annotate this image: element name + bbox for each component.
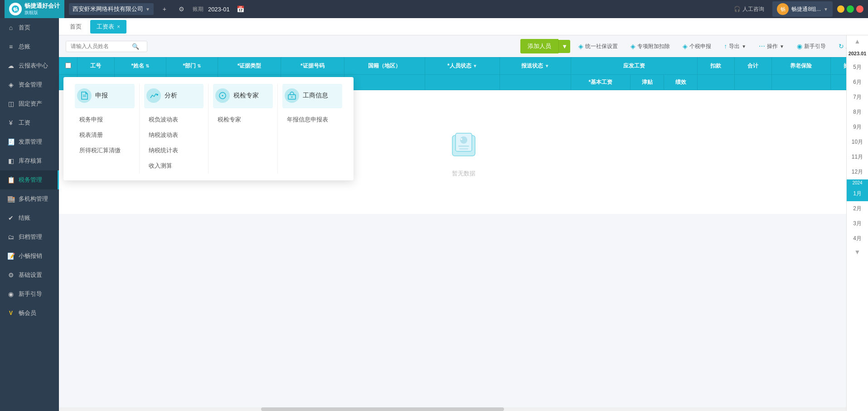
calendar-icon[interactable]: 📅 [234, 3, 247, 15]
headset-icon: 🎧 [734, 6, 741, 12]
sidebar-item-member[interactable]: V 畅会员 [0, 304, 59, 323]
dropdown-col-gongshang: 工商信息 年报信息申报表 [278, 84, 347, 174]
menu-item-tax-declare[interactable]: 税务申报 [75, 112, 135, 127]
settings-icon[interactable]: ⚙ [175, 3, 188, 15]
search-input[interactable] [71, 43, 130, 49]
select-all-checkbox[interactable] [65, 63, 71, 68]
dropdown-grid: 申报 税务申报 税表清册 所得税汇算清缴 分析 税负波动表 纳税波动表 纳税统计… [70, 84, 347, 174]
fenxi-icon [146, 88, 161, 103]
tab-close-icon[interactable]: × [117, 24, 120, 30]
operation-button[interactable]: ⋯ 操作 ▼ [754, 40, 789, 53]
sidebar-item-archive[interactable]: 🗂 归档管理 [0, 227, 59, 247]
company-selector[interactable]: 西安虾米网络科技有限公司 ▼ [69, 3, 154, 15]
date-month-11[interactable]: 11月 [847, 150, 868, 164]
sidebar-label-fund: 资金管理 [19, 81, 42, 89]
sidebar-item-invoice[interactable]: 🧾 发票管理 [0, 132, 59, 151]
date-nav-up[interactable]: ▲ [847, 35, 868, 47]
personal-tax-icon: ◈ [683, 43, 688, 50]
app-subtitle: 旗舰版 [24, 10, 60, 16]
col-department[interactable]: *部门 ⇅ [166, 58, 218, 75]
menu-item-income-tax[interactable]: 所得税汇算清缴 [75, 143, 135, 158]
guide-button[interactable]: ◉ 新手引导 [792, 40, 830, 53]
help-label: 人工咨询 [742, 5, 764, 13]
window-close-button[interactable]: × [856, 5, 863, 13]
tab-home-label: 首页 [70, 23, 82, 30]
date-month-4[interactable]: 4月 [847, 231, 868, 246]
col-report-status[interactable]: 报送状态 ▼ [500, 58, 571, 75]
sidebar-item-guide[interactable]: ◉ 新手引导 [0, 285, 59, 304]
active-indicator [58, 170, 59, 189]
col-dept-label: *部门 [183, 63, 196, 69]
menu-item-tax-fluctuation[interactable]: 纳税波动表 [144, 127, 204, 143]
sidebar-item-ledger[interactable]: ≡ 总账 [0, 37, 59, 56]
add-person-dropdown-button[interactable]: ▼ [558, 40, 570, 53]
menu-item-tax-table[interactable]: 税表清册 [75, 127, 135, 143]
sub-col-empty10 [698, 75, 735, 90]
search-box[interactable]: 🔍 [66, 41, 147, 52]
sidebar-item-home[interactable]: ⌂ 首页 [0, 18, 59, 37]
sidebar-item-multi-org[interactable]: 🏬 多机构管理 [0, 189, 59, 208]
personal-tax-button[interactable]: ◈ 个税申报 [678, 40, 716, 53]
scroll-thumb[interactable] [261, 407, 504, 411]
menu-item-tax-stat[interactable]: 纳税统计表 [144, 143, 204, 158]
add-person-button[interactable]: 添加人员 [520, 39, 558, 53]
home-icon: ⌂ [7, 24, 15, 31]
sidebar-item-salary[interactable]: ¥ 工资 [0, 113, 59, 132]
tax-icon: 📋 [7, 176, 15, 184]
date-month-12[interactable]: 12月 [847, 164, 868, 179]
date-month-9[interactable]: 9月 [847, 120, 868, 135]
sidebar-item-fund[interactable]: ◈ 资金管理 [0, 75, 59, 94]
date-month-7[interactable]: 7月 [847, 90, 868, 105]
window-maximize-button[interactable]: □ [847, 5, 854, 13]
sidebar-item-assets[interactable]: ◫ 固定资产 [0, 94, 59, 113]
svg-point-13 [291, 96, 293, 98]
tab-salary-table[interactable]: 工资表 × [90, 20, 126, 34]
sidebar-item-expense[interactable]: 📝 小畅报销 [0, 247, 59, 266]
date-month-8[interactable]: 8月 [847, 105, 868, 120]
special-deduction-button[interactable]: ◈ 专项附加扣除 [626, 40, 674, 53]
scroll-bar[interactable] [59, 407, 868, 411]
export-chevron-icon: ▼ [742, 44, 746, 49]
menu-item-tax-burden[interactable]: 税负波动表 [144, 112, 204, 127]
col-deduction: 扣款 [698, 58, 735, 75]
col-status[interactable]: *人员状态 ▼ [425, 58, 500, 75]
sidebar-item-tax[interactable]: 📋 税务管理 [0, 170, 59, 189]
sidebar-item-inventory[interactable]: ◧ 库存核算 [0, 151, 59, 170]
date-month-10[interactable]: 10月 [847, 135, 868, 150]
date-month-3[interactable]: 3月 [847, 216, 868, 231]
user-area[interactable]: 畅 畅捷通8组... ▼ [772, 1, 833, 17]
date-month-2[interactable]: 2月 [847, 201, 868, 216]
avatar: 畅 [777, 3, 789, 15]
sidebar-label-member: 畅会员 [19, 309, 36, 317]
window-minimize-button[interactable]: – [837, 5, 844, 13]
date-month-1-active[interactable]: 1月 [847, 186, 868, 201]
help-button[interactable]: 🎧 人工咨询 [730, 4, 768, 15]
status-filter-icon[interactable]: ▼ [473, 63, 477, 68]
refresh-icon: ↻ [839, 43, 844, 50]
shuijian-icon [215, 88, 230, 103]
menu-item-tax-expert[interactable]: 税检专家 [213, 112, 273, 127]
add-company-button[interactable]: + [158, 3, 171, 15]
sidebar-label-invoice: 发票管理 [19, 138, 42, 146]
shuijian-header: 税检专家 [213, 84, 273, 108]
report-filter-icon[interactable]: ▼ [545, 63, 549, 68]
dept-sort-icon[interactable]: ⇅ [197, 63, 201, 68]
menu-item-annual-report[interactable]: 年报信息申报表 [282, 112, 343, 127]
date-month-6[interactable]: 6月 [847, 75, 868, 90]
sub-col-empty9 [500, 75, 571, 90]
name-sort-icon[interactable]: ⇅ [145, 63, 149, 68]
social-security-button[interactable]: ◈ 统一社保设置 [574, 40, 622, 53]
special-deduction-icon: ◈ [630, 43, 635, 50]
select-all-header[interactable] [59, 58, 78, 75]
menu-item-income-estimate[interactable]: 收入测算 [144, 158, 204, 174]
date-month-5[interactable]: 5月 [847, 60, 868, 75]
sidebar-item-cloud-report[interactable]: ☁ 云报表中心 [0, 56, 59, 75]
sidebar-label-cloud: 云报表中心 [19, 62, 48, 70]
cloud-icon: ☁ [7, 62, 15, 69]
col-name[interactable]: *姓名 ⇅ [114, 58, 166, 75]
sidebar-item-close-account[interactable]: ✔ 结账 [0, 208, 59, 227]
export-button[interactable]: ↑ 导出 ▼ [719, 40, 751, 53]
tab-home[interactable]: 首页 [63, 20, 88, 34]
date-nav-down[interactable]: ▼ [847, 246, 868, 258]
sidebar-item-settings[interactable]: ⚙ 基础设置 [0, 266, 59, 285]
